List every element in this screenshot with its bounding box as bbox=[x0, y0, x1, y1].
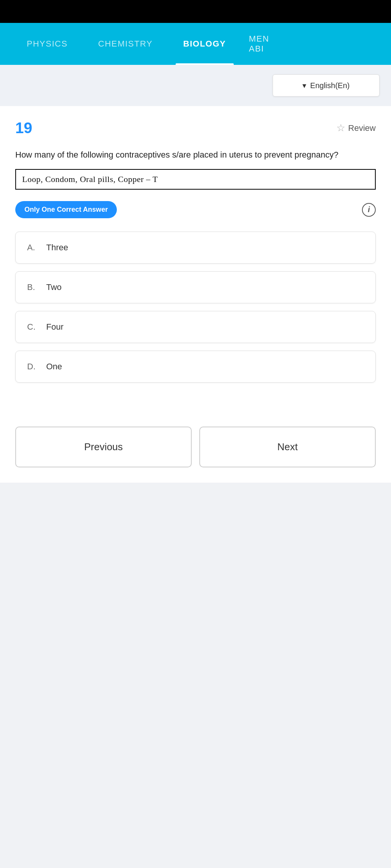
option-b-letter: B. bbox=[27, 282, 39, 292]
option-b-text: Two bbox=[46, 282, 61, 292]
nav-item-physics[interactable]: PHYSICS bbox=[11, 23, 83, 65]
review-label: Review bbox=[348, 123, 376, 133]
option-d-letter: D. bbox=[27, 362, 39, 372]
option-a-letter: A. bbox=[27, 243, 39, 253]
review-button[interactable]: ☆ Review bbox=[336, 122, 376, 134]
star-icon: ☆ bbox=[336, 122, 345, 134]
question-header: 19 ☆ Review bbox=[15, 119, 376, 137]
question-highlight: Loop, Condom, Oral pills, Copper – T bbox=[15, 169, 376, 190]
bottom-space bbox=[0, 483, 391, 559]
status-bar bbox=[0, 0, 391, 23]
nav-more-line1: MEN bbox=[249, 34, 269, 44]
option-d-text: One bbox=[46, 362, 62, 372]
option-b[interactable]: B. Two bbox=[15, 271, 376, 303]
chevron-down-icon: ▾ bbox=[302, 81, 306, 90]
nav-bar: PHYSICS CHEMISTRY BIOLOGY MEN ABI bbox=[0, 23, 391, 65]
main-content: 19 ☆ Review How many of the following co… bbox=[0, 106, 391, 419]
option-c-text: Four bbox=[46, 322, 63, 332]
option-a[interactable]: A. Three bbox=[15, 232, 376, 264]
nav-item-more[interactable]: MEN ABI bbox=[241, 23, 277, 65]
option-d[interactable]: D. One bbox=[15, 351, 376, 383]
nav-buttons: Previous Next bbox=[0, 419, 391, 483]
language-label: English(En) bbox=[310, 81, 349, 90]
question-text: How many of the following contraceptives… bbox=[15, 148, 376, 161]
option-c[interactable]: C. Four bbox=[15, 311, 376, 343]
language-selector[interactable]: ▾ English(En) bbox=[273, 74, 380, 97]
option-c-letter: C. bbox=[27, 322, 39, 332]
language-area: ▾ English(En) bbox=[0, 65, 391, 106]
nav-item-biology[interactable]: BIOLOGY bbox=[168, 23, 241, 65]
answer-type-badge: Only One Correct Answer bbox=[15, 201, 117, 218]
answer-type-row: Only One Correct Answer i bbox=[15, 201, 376, 218]
nav-item-chemistry[interactable]: CHEMISTRY bbox=[83, 23, 168, 65]
info-icon[interactable]: i bbox=[362, 203, 376, 217]
options-container: A. Three B. Two C. Four D. One bbox=[15, 232, 376, 383]
option-a-text: Three bbox=[46, 243, 68, 253]
next-button[interactable]: Next bbox=[199, 427, 376, 467]
nav-more-line2: ABI bbox=[249, 44, 264, 54]
question-number: 19 bbox=[15, 119, 32, 137]
previous-button[interactable]: Previous bbox=[15, 427, 192, 467]
